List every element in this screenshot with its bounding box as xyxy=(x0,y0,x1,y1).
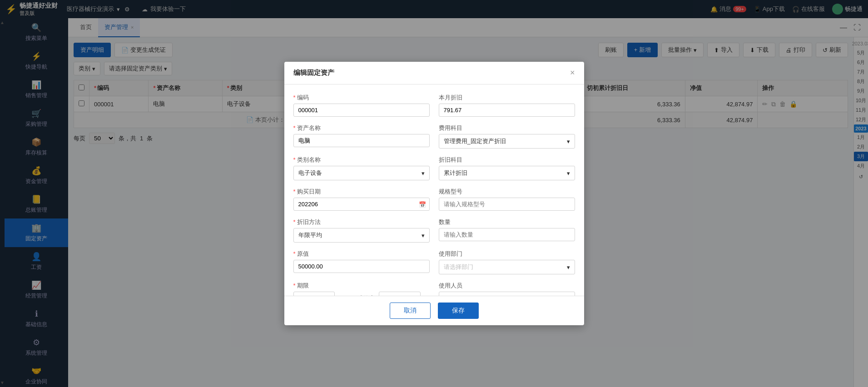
dialog-body: *编码 本月折旧 *资产名称 费用科目 xyxy=(284,84,584,296)
expense-subject-label: 费用科目 xyxy=(439,124,575,132)
department-label: 使用部门 xyxy=(439,250,575,258)
field-category: *类别名称 电子设备 ▾ xyxy=(293,156,430,180)
period-row: 月 * 残值率 % xyxy=(293,292,430,296)
dialog-footer: 取消 保存 xyxy=(284,296,584,325)
field-code: *编码 xyxy=(293,94,430,117)
asset-name-input[interactable] xyxy=(293,134,430,147)
period-input[interactable] xyxy=(293,292,335,296)
category-select[interactable]: 电子设备 ▾ xyxy=(293,166,430,180)
depreciation-subject-value: 累计折旧 xyxy=(444,169,467,177)
spec-input[interactable] xyxy=(439,198,575,211)
monthly-depreciation-label: 本月折旧 xyxy=(439,94,575,102)
code-label: *编码 xyxy=(293,94,430,102)
method-chevron-icon: ▾ xyxy=(422,232,425,239)
field-depreciation-subject: 折旧科目 累计折旧 ▾ xyxy=(439,156,575,180)
expense-chevron-icon: ▾ xyxy=(567,138,570,145)
dialog-header: 编辑固定资产 × xyxy=(284,62,584,84)
depreciation-method-select[interactable]: 年限平均 ▾ xyxy=(293,228,430,243)
dialog-close-btn[interactable]: × xyxy=(570,68,575,78)
depreciation-method-value: 年限平均 xyxy=(298,231,322,239)
department-placeholder: 请选择部门 xyxy=(444,263,473,271)
form-grid: *编码 本月折旧 *资产名称 费用科目 xyxy=(293,94,575,296)
buy-date-input[interactable] xyxy=(293,198,430,211)
residual-rate-input[interactable] xyxy=(379,292,421,296)
dep-chevron-icon: ▾ xyxy=(567,170,570,177)
save-btn[interactable]: 保存 xyxy=(438,303,479,319)
field-quantity: 数量 xyxy=(439,218,575,243)
depreciation-subject-label: 折旧科目 xyxy=(439,156,575,164)
depreciation-subject-select[interactable]: 累计折旧 ▾ xyxy=(439,166,575,180)
field-period-residual: *期限 月 * 残值率 % xyxy=(293,282,430,296)
depreciation-method-label: *折旧方法 xyxy=(293,218,430,226)
expense-subject-value: 管理费用_固定资产折旧 xyxy=(444,137,506,145)
buy-date-wrapper: 📅 xyxy=(293,198,430,211)
department-select[interactable]: 请选择部门 ▾ xyxy=(439,260,575,274)
field-department: 使用部门 请选择部门 ▾ xyxy=(439,250,575,274)
original-value-input[interactable] xyxy=(293,260,430,273)
asset-name-label: *资产名称 xyxy=(293,124,430,132)
field-original-value: *原值 xyxy=(293,250,430,274)
period-label: *期限 xyxy=(293,282,430,290)
calendar-icon[interactable]: 📅 xyxy=(419,201,426,208)
field-depreciation-method: *折旧方法 年限平均 ▾ xyxy=(293,218,430,243)
cancel-btn[interactable]: 取消 xyxy=(390,303,431,319)
field-spec: 规格型号 xyxy=(439,188,575,211)
department-chevron-icon: ▾ xyxy=(567,264,570,271)
code-input[interactable] xyxy=(293,104,430,117)
field-asset-name: *资产名称 xyxy=(293,124,430,149)
user-label: 使用人员 xyxy=(439,282,575,290)
buy-date-label: *购买日期 xyxy=(293,188,430,196)
dialog-title: 编辑固定资产 xyxy=(293,69,334,77)
category-value: 电子设备 xyxy=(298,169,322,177)
field-expense-subject: 费用科目 管理费用_固定资产折旧 ▾ xyxy=(439,124,575,149)
quantity-label: 数量 xyxy=(439,218,575,226)
monthly-depreciation-input[interactable] xyxy=(439,104,575,117)
field-buy-date: *购买日期 📅 xyxy=(293,188,430,211)
original-value-label: *原值 xyxy=(293,250,430,258)
field-monthly-depreciation: 本月折旧 xyxy=(439,94,575,117)
user-select[interactable]: 请选择人员 ▾ xyxy=(439,292,575,296)
category-chevron-icon: ▾ xyxy=(422,170,425,177)
quantity-input[interactable] xyxy=(439,228,575,241)
category-label: *类别名称 xyxy=(293,156,430,164)
spec-label: 规格型号 xyxy=(439,188,575,196)
expense-subject-select[interactable]: 管理费用_固定资产折旧 ▾ xyxy=(439,134,575,149)
dialog-overlay: 编辑固定资产 × *编码 本月折旧 *资产名 xyxy=(0,0,868,387)
edit-asset-dialog: 编辑固定资产 × *编码 本月折旧 *资产名 xyxy=(284,62,584,325)
field-user: 使用人员 请选择人员 ▾ xyxy=(439,282,575,296)
